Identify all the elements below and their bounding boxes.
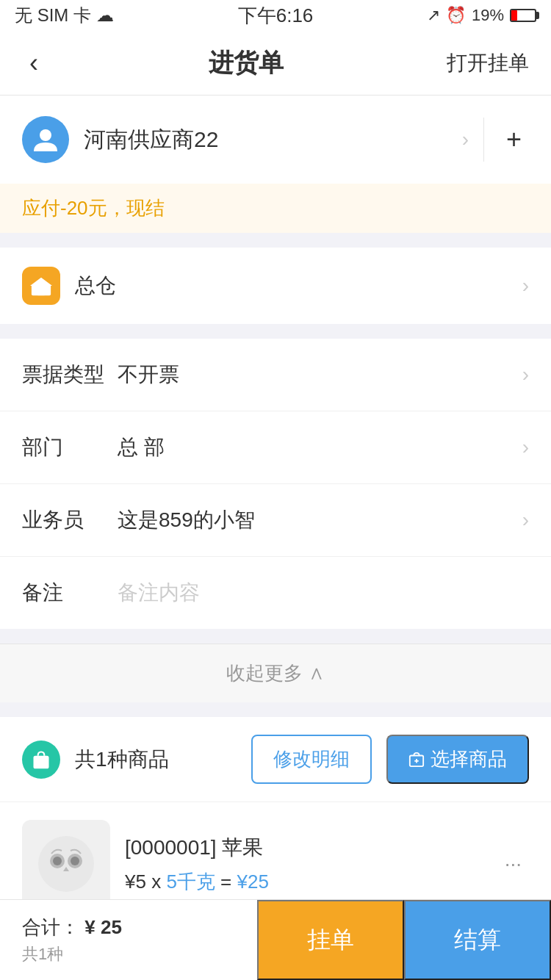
svg-point-0 — [40, 129, 51, 141]
supplier-chevron-icon: › — [462, 128, 469, 151]
total-label-row: 合计： ¥ 25 — [22, 915, 235, 940]
bottom-bar: 合计： ¥ 25 共1种 挂单 结算 — [0, 899, 551, 980]
staff-row[interactable]: 业务员 这是859的小智 › — [0, 483, 551, 556]
product-quantity: 5千克 — [166, 871, 215, 893]
supplier-row[interactable]: 河南供应商22 › + — [0, 96, 551, 184]
checkout-button[interactable]: 结算 — [404, 900, 551, 980]
page-title: 进货单 — [209, 46, 284, 80]
back-button[interactable]: ‹ — [22, 40, 46, 86]
product-count-icon — [22, 741, 60, 779]
collapse-label: 收起更多 ∧ — [226, 660, 324, 686]
edit-detail-button[interactable]: 修改明细 — [251, 735, 372, 784]
dept-chevron-icon: › — [522, 436, 529, 459]
invoice-chevron-icon: › — [522, 363, 529, 386]
svg-point-12 — [71, 857, 79, 865]
product-name: [0000001] 苹果 — [125, 834, 483, 862]
product-total: ¥25 — [237, 871, 269, 893]
dept-value: 总 部 — [118, 433, 522, 461]
warning-banner: 应付-20元，现结 — [0, 184, 551, 233]
product-more-button[interactable]: ··· — [497, 852, 529, 876]
supplier-name: 河南供应商22 — [84, 125, 462, 155]
product-info: [0000001] 苹果 ¥5 x 5千克 = ¥25 — [125, 834, 483, 895]
select-product-button[interactable]: 选择商品 — [386, 735, 529, 784]
dept-label: 部门 — [22, 433, 118, 461]
status-bar: 无 SIM 卡 ☁ 下午6:16 ↗ ⏰ 19% — [0, 0, 551, 31]
remarks-input[interactable]: 备注内容 — [118, 579, 529, 607]
battery-icon — [510, 9, 536, 22]
owl-logo-icon — [37, 835, 96, 893]
remarks-label: 备注 — [22, 579, 118, 607]
collapse-bar[interactable]: 收起更多 ∧ — [0, 644, 551, 702]
svg-point-8 — [38, 836, 94, 892]
alarm-icon: ⏰ — [446, 6, 466, 25]
fields-section: 票据类型 不开票 › 部门 总 部 › 业务员 这是859的小智 › 备注 备注… — [0, 339, 551, 629]
nav-bar: ‹ 进货单 打开挂单 — [0, 31, 551, 96]
product-thumbnail — [22, 820, 110, 908]
remarks-row[interactable]: 备注 备注内容 — [0, 556, 551, 629]
warehouse-building-icon — [30, 275, 52, 297]
product-code: [0000001] — [125, 836, 217, 859]
total-amount: ¥ 25 — [84, 916, 122, 938]
warehouse-chevron-icon: › — [522, 274, 529, 298]
total-label: 合计： — [22, 916, 79, 938]
total-count: 共1种 — [22, 943, 235, 965]
product-equals: = — [220, 871, 237, 893]
warehouse-row[interactable]: 总仓 › — [0, 248, 551, 324]
product-header: 共1种商品 修改明细 选择商品 — [0, 717, 551, 801]
invoice-label: 票据类型 — [22, 361, 118, 389]
invoice-row[interactable]: 票据类型 不开票 › — [0, 339, 551, 411]
battery-text: 19% — [472, 6, 504, 25]
svg-rect-3 — [37, 289, 44, 295]
shopping-bag-icon — [31, 749, 51, 770]
status-bar-time: 下午6:16 — [238, 3, 314, 29]
person-icon — [32, 126, 59, 153]
product-section: 共1种商品 修改明细 选择商品 — [0, 717, 551, 926]
invoice-value: 不开票 — [118, 361, 522, 389]
product-multiply: x — [151, 871, 166, 893]
status-bar-right: ↗ ⏰ 19% — [427, 6, 536, 25]
warehouse-section: 总仓 › — [0, 248, 551, 324]
status-bar-left: 无 SIM 卡 ☁ — [15, 4, 114, 27]
svg-rect-4 — [34, 755, 49, 768]
hang-button[interactable]: 挂单 — [257, 900, 404, 980]
product-unit-price: ¥5 — [125, 871, 146, 893]
sim-text: 无 SIM 卡 ☁ — [15, 4, 114, 27]
location-icon: ↗ — [427, 6, 440, 25]
warehouse-name: 总仓 — [75, 272, 522, 300]
staff-value: 这是859的小智 — [118, 506, 522, 534]
open-hang-button[interactable]: 打开挂单 — [447, 49, 529, 77]
svg-marker-2 — [30, 278, 52, 286]
dept-row[interactable]: 部门 总 部 › — [0, 411, 551, 483]
svg-point-11 — [53, 857, 62, 865]
staff-label: 业务员 — [22, 506, 118, 534]
total-section: 合计： ¥ 25 共1种 — [0, 900, 257, 980]
product-count-text: 共1种商品 — [75, 746, 237, 774]
supplier-avatar — [22, 116, 69, 163]
select-product-icon — [408, 752, 425, 768]
staff-chevron-icon: › — [522, 508, 529, 532]
warehouse-icon — [22, 267, 60, 305]
product-price-row: ¥5 x 5千克 = ¥25 — [125, 869, 483, 895]
divider — [483, 118, 484, 162]
add-supplier-button[interactable]: + — [499, 124, 529, 155]
supplier-section: 河南供应商22 › + 应付-20元，现结 — [0, 96, 551, 233]
select-product-label: 选择商品 — [431, 746, 507, 772]
product-title: 苹果 — [222, 836, 263, 859]
